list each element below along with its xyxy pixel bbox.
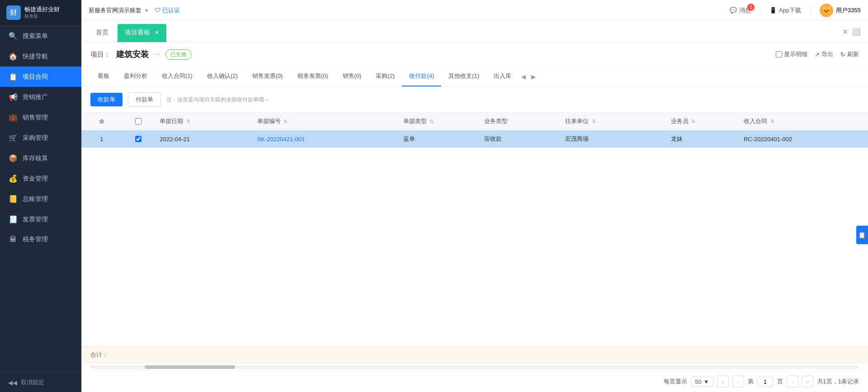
per-page-arrow-icon: ▼ — [703, 378, 709, 385]
subtab-2[interactable]: 收入合同(1) — [155, 67, 200, 86]
sidebar-icon-6: 📦 — [8, 154, 18, 163]
next-page-button[interactable]: › — [787, 376, 798, 387]
sidebar-item-1[interactable]: 🏠快捷导航 — [0, 46, 81, 67]
prev-page-button[interactable]: ‹ — [732, 376, 744, 387]
logo-icon: 财 — [6, 5, 21, 20]
sidebar-label-4: 销售管理 — [23, 114, 48, 122]
col-header-doc-type[interactable]: 单据类型 ⇅ — [398, 113, 479, 130]
app-download-label: App下载 — [779, 6, 801, 14]
sidebar-item-3[interactable]: 📢营销推广 — [0, 87, 81, 107]
sidebar-item-2[interactable]: 📋项目合同 — [0, 67, 81, 87]
tab-home[interactable]: 首页 — [89, 24, 116, 42]
float-panel-icon: 📋 — [859, 231, 866, 239]
sort-type-icon: ⇅ — [429, 119, 434, 124]
cell-code[interactable]: SK-20220421-001 — [252, 130, 398, 148]
subtab-5[interactable]: 税务发票(0) — [290, 67, 335, 86]
sidebar-logo: 财 畅捷通好业财 标准版 — [0, 0, 81, 26]
subtab-9[interactable]: 其他收支(1) — [441, 67, 486, 86]
sidebar-label-9: 发票管理 — [23, 215, 48, 224]
last-page-button[interactable]: » — [802, 376, 814, 387]
col-header-staff[interactable]: 业务员 ⇅ — [665, 113, 738, 130]
subtab-3[interactable]: 收入确认(2) — [200, 67, 245, 86]
project-name: 建筑安装 — [116, 49, 149, 60]
user-menu[interactable]: 🐱 用户3355 — [820, 4, 861, 17]
cancel-pin-label: 取消固定 — [21, 378, 44, 387]
doc-code-link[interactable]: SK-20220421-001 — [257, 136, 305, 143]
sidebar-item-8[interactable]: 📒总账管理 — [0, 189, 81, 209]
sidebar-label-1: 快捷导航 — [23, 53, 48, 61]
select-all-checkbox[interactable] — [135, 118, 142, 124]
tab-project-board[interactable]: 项目看板 ✕ — [118, 24, 166, 42]
topbar-left: 新服务官网演示账套 ▼ 🛡 已认证 — [89, 6, 180, 14]
cell-contract: RC-20220401-002 — [738, 130, 868, 148]
cell-checkbox[interactable] — [122, 130, 155, 148]
col-header-checkbox[interactable] — [122, 113, 155, 130]
topbar-divider-1 — [760, 6, 760, 15]
maximize-window-icon[interactable]: ⬜ — [852, 27, 861, 36]
sidebar-item-10[interactable]: 🏛税务管理 — [0, 229, 81, 249]
sidebar: 财 畅捷通好业财 标准版 🔍搜索菜单🏠快捷导航📋项目合同📢营销推广💼销售管理🛒采… — [0, 0, 81, 392]
horizontal-scrollbar[interactable] — [81, 363, 868, 371]
subtab-10[interactable]: 出入库 — [486, 67, 519, 86]
content-area: 项目： 建筑安装 ··· 已生效 显示明细 ↗ 导出 ↻ 刷新 — [81, 43, 868, 392]
sort-unit-icon: ⇅ — [592, 119, 596, 124]
app-download-button[interactable]: 📱 App下载 — [769, 6, 801, 14]
display-detail-input[interactable] — [776, 51, 782, 57]
messages-badge: 1 — [747, 4, 755, 11]
phone-icon: 📱 — [769, 7, 777, 14]
export-button[interactable]: ↗ 导出 — [815, 50, 833, 58]
app-version: 标准版 — [24, 13, 60, 19]
page-suffix-label: 页 — [777, 378, 783, 386]
account-selector[interactable]: 新服务官网演示账套 ▼ — [89, 6, 149, 14]
cell-date: 2022-04-21 — [154, 130, 251, 148]
cancel-pin-button[interactable]: ◀◀ 取消固定 — [0, 373, 81, 392]
sidebar-icon-2: 📋 — [8, 72, 18, 81]
account-name: 新服务官网演示账套 — [89, 6, 142, 14]
subtab-next-icon[interactable]: ▶ — [528, 68, 538, 86]
certified-badge: 🛡 已认证 — [155, 6, 180, 14]
table-row[interactable]: 1 2022-04-21 SK-20220421-001 蓝单 应收款 宏茂商场… — [81, 130, 868, 148]
subtab-1[interactable]: 盈利分析 — [117, 67, 155, 86]
sidebar-item-7[interactable]: 💰资金管理 — [0, 168, 81, 189]
table-footer-total: 合计： — [81, 346, 868, 363]
per-page-selector[interactable]: 50 ▼ — [691, 377, 713, 387]
total-pages-label: 共1页，1条记录 — [817, 378, 859, 386]
first-page-button[interactable]: « — [717, 376, 729, 387]
project-header: 项目： 建筑安装 ··· 已生效 显示明细 ↗ 导出 ↻ 刷新 — [81, 43, 868, 67]
sidebar-label-8: 总账管理 — [23, 195, 48, 203]
sidebar-item-0[interactable]: 🔍搜索菜单 — [0, 26, 81, 46]
user-label: 用户3355 — [836, 6, 861, 14]
tab-close-icon[interactable]: ✕ — [155, 29, 159, 36]
collection-filter-button[interactable]: 收款单 — [90, 93, 123, 106]
col-header-gear[interactable]: ⚙ — [81, 113, 122, 130]
current-page-input[interactable] — [757, 377, 774, 387]
sidebar-item-6[interactable]: 📦库存核算 — [0, 148, 81, 168]
subtab-0[interactable]: 看板 — [90, 67, 117, 86]
display-detail-checkbox[interactable]: 显示明细 — [776, 50, 807, 58]
scrollbar-thumb[interactable] — [145, 365, 235, 369]
subtab-7[interactable]: 采购(2) — [368, 67, 402, 86]
messages-button[interactable]: 💬 消息 1 — [730, 6, 751, 14]
app-title: 畅捷通好业财 — [24, 6, 60, 14]
subtab-prev-icon[interactable]: ◀ — [519, 68, 528, 86]
close-window-icon[interactable]: ✕ — [842, 27, 848, 36]
project-prefix: 项目： — [90, 50, 111, 59]
payment-filter-button[interactable]: 付款单 — [128, 92, 161, 107]
col-header-unit[interactable]: 往来单位 ⇅ — [560, 113, 665, 130]
sidebar-item-4[interactable]: 💼销售管理 — [0, 107, 81, 128]
sidebar-icon-7: 💰 — [8, 174, 18, 183]
subtab-4[interactable]: 销售发票(0) — [245, 67, 290, 86]
certified-label: 已认证 — [162, 6, 180, 14]
sidebar-item-9[interactable]: 🧾发票管理 — [0, 209, 81, 229]
col-header-contract[interactable]: 收入合同 ⇅ — [738, 113, 868, 130]
subtab-6[interactable]: 销售(0) — [335, 67, 369, 86]
row-checkbox[interactable] — [135, 136, 142, 142]
subtab-8[interactable]: 收付款(4) — [402, 67, 441, 86]
refresh-button[interactable]: ↻ 刷新 — [840, 50, 859, 58]
sidebar-item-5[interactable]: 🛒采购管理 — [0, 128, 81, 148]
scrollbar-track[interactable] — [90, 365, 859, 369]
float-panel-button[interactable]: 📋 — [856, 225, 868, 244]
col-header-date[interactable]: 单据日期 ⇅ — [154, 113, 251, 130]
project-more-icon[interactable]: ··· — [154, 50, 160, 58]
col-header-code[interactable]: 单据编号 ⇅ — [252, 113, 398, 130]
